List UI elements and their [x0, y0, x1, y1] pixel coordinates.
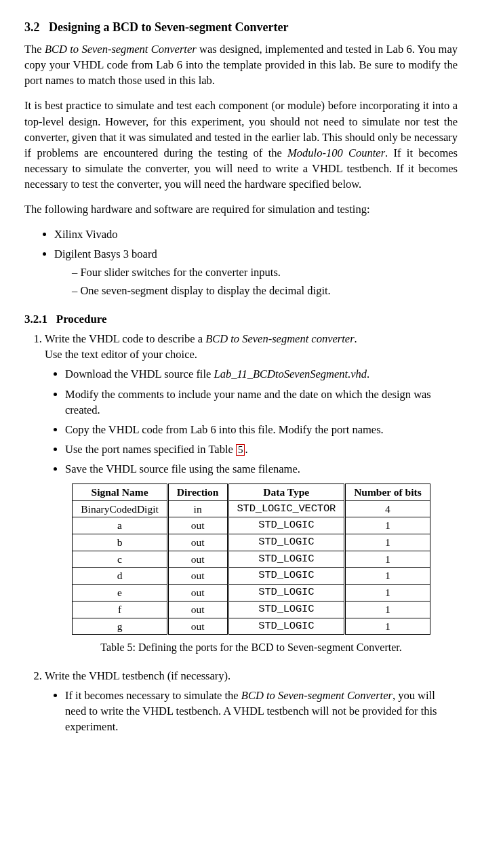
list-item: Xilinx Vivado — [54, 226, 458, 242]
cell: STD_LOGIC — [228, 585, 345, 601]
cell: 1 — [345, 618, 430, 635]
table-ref-link[interactable]: 5 — [236, 444, 245, 456]
table-row: a out STD_LOGIC 1 — [73, 517, 430, 534]
col-header: Signal Name — [73, 484, 168, 501]
cell: out — [167, 585, 228, 601]
cell: BinaryCodedDigit — [73, 500, 168, 517]
table-row: d out STD_LOGIC 1 — [73, 568, 430, 585]
table-row: g out STD_LOGIC 1 — [73, 618, 430, 635]
cell: e — [73, 585, 168, 601]
list-item: Save the VHDL source file using the same… — [65, 461, 458, 477]
procedure-step-2: Write the VHDL testbench (if necessary).… — [45, 668, 458, 734]
cell: out — [167, 568, 228, 585]
cell: out — [167, 534, 228, 551]
col-header: Data Type — [228, 484, 345, 501]
step1-bullets: Download the VHDL source file Lab_11_BCD… — [45, 366, 458, 477]
cell: out — [167, 618, 228, 635]
paragraph-hw-intro: The following hardware and software are … — [24, 201, 458, 217]
section-heading: 3.2 Designing a BCD to Seven-segment Con… — [24, 19, 458, 36]
cell: 1 — [345, 551, 430, 568]
text: If it becomes necessary to simulate the — [65, 689, 241, 702]
text: Digilent Basys 3 board — [54, 248, 157, 260]
table-row: f out STD_LOGIC 1 — [73, 601, 430, 618]
cell: STD_LOGIC — [228, 601, 345, 618]
cell: c — [73, 551, 168, 568]
term-modulo-counter: Modulo-100 Counter — [287, 146, 385, 159]
list-item: Use the port names specified in Table 5. — [65, 441, 458, 457]
col-header: Number of bits — [345, 484, 430, 501]
hardware-list: Xilinx Vivado Digilent Basys 3 board Fou… — [24, 226, 458, 298]
subsection-title: Procedure — [56, 313, 107, 326]
cell: out — [167, 551, 228, 568]
hardware-sublist: Four slider switches for the converter i… — [54, 264, 458, 298]
table-row: e out STD_LOGIC 1 — [73, 585, 430, 601]
list-item: If it becomes necessary to simulate the … — [65, 688, 458, 734]
subsection-heading: 3.2.1 Procedure — [24, 311, 458, 328]
list-item: One seven-segment display to display the… — [72, 283, 458, 298]
cell: out — [167, 517, 228, 534]
section-title: Designing a BCD to Seven-segment Convert… — [49, 20, 288, 34]
table-row: BinaryCodedDigit in STD_LOGIC_VECTOR 4 — [73, 500, 430, 517]
text: Write the VHDL testbench (if necessary). — [45, 669, 230, 682]
text: Download the VHDL source file — [65, 368, 214, 380]
list-item: Download the VHDL source file Lab_11_BCD… — [65, 366, 458, 382]
cell: 1 — [345, 568, 430, 585]
cell: a — [73, 517, 168, 534]
term: BCD to Seven-segment converter — [205, 332, 354, 345]
cell: 1 — [345, 534, 430, 551]
filename: Lab_11_BCDtoSevenSegment.vhd — [214, 368, 367, 380]
cell: 1 — [345, 517, 430, 534]
list-item: Digilent Basys 3 board Four slider switc… — [54, 246, 458, 298]
text: Use the text editor of your choice. — [45, 348, 197, 361]
cell: 4 — [345, 500, 430, 517]
paragraph-practice: It is best practice to simulate and test… — [24, 98, 458, 192]
text: . — [245, 443, 247, 456]
list-item: Four slider switches for the converter i… — [72, 264, 458, 280]
table-row: b out STD_LOGIC 1 — [73, 534, 430, 551]
cell: STD_LOGIC — [228, 568, 345, 585]
cell: STD_LOGIC — [228, 517, 345, 534]
subsection-number: 3.2.1 — [24, 313, 47, 326]
procedure-list: Write the VHDL code to describe a BCD to… — [24, 331, 458, 734]
cell: STD_LOGIC — [228, 551, 345, 568]
cell: STD_LOGIC — [228, 618, 345, 635]
cell: STD_LOGIC_VECTOR — [228, 500, 345, 517]
table-row: c out STD_LOGIC 1 — [73, 551, 430, 568]
text: . — [355, 332, 357, 345]
port-table-wrap: Signal Name Direction Data Type Number o… — [45, 484, 458, 635]
cell: f — [73, 601, 168, 618]
cell: g — [73, 618, 168, 635]
text: The — [24, 43, 45, 56]
cell: in — [167, 500, 228, 517]
list-item: Modify the comments to include your name… — [65, 387, 458, 418]
table-caption: Table 5: Defining the ports for the BCD … — [45, 640, 458, 655]
term-bcd-converter: BCD to Seven-segment Converter — [45, 43, 197, 56]
col-header: Direction — [167, 484, 228, 501]
step2-bullets: If it becomes necessary to simulate the … — [45, 688, 458, 734]
cell: 1 — [345, 585, 430, 601]
cell: 1 — [345, 601, 430, 618]
cell: d — [73, 568, 168, 585]
cell: out — [167, 601, 228, 618]
cell: STD_LOGIC — [228, 534, 345, 551]
list-item: Copy the VHDL code from Lab 6 into this … — [65, 422, 458, 437]
table-header-row: Signal Name Direction Data Type Number o… — [73, 484, 430, 501]
text: . — [367, 368, 369, 380]
text: Use the port names specified in Table — [65, 443, 236, 456]
cell: b — [73, 534, 168, 551]
procedure-step-1: Write the VHDL code to describe a BCD to… — [45, 331, 458, 655]
text: Write the VHDL code to describe a — [45, 332, 205, 345]
paragraph-intro: The BCD to Seven-segment Converter was d… — [24, 41, 458, 88]
section-number: 3.2 — [24, 20, 40, 34]
port-table: Signal Name Direction Data Type Number o… — [72, 484, 430, 635]
term: BCD to Seven-segment Converter — [241, 689, 393, 702]
